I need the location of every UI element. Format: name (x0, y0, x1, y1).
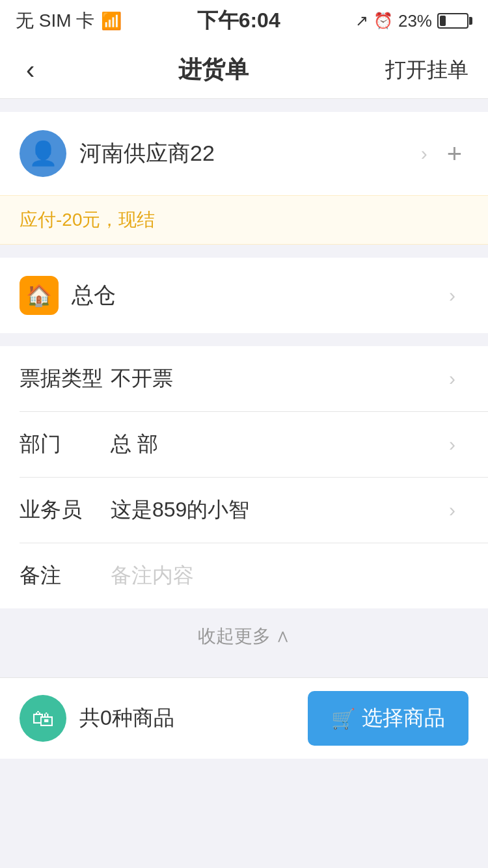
sales-chevron-icon: › (449, 499, 455, 521)
open-pending-button[interactable]: 打开挂单 (385, 56, 468, 85)
location-icon: ↗ (355, 12, 368, 30)
dept-value: 总 部 (111, 430, 449, 459)
warehouse-section: 🏠 总仓 › (0, 258, 488, 333)
warehouse-icon-wrap: 🏠 (20, 276, 59, 315)
wifi-icon: 📶 (101, 11, 122, 31)
supplier-row[interactable]: 👤 河南供应商22 › + (0, 112, 488, 195)
invoice-row[interactable]: 票据类型 不开票 › (0, 346, 488, 411)
supplier-chevron-icon: › (421, 142, 427, 165)
nav-bar: ‹ 进货单 打开挂单 (0, 42, 488, 99)
dept-row[interactable]: 部门 总 部 › (0, 412, 488, 477)
sales-label: 业务员 (20, 496, 111, 524)
dept-chevron-icon: › (449, 433, 455, 455)
status-left: 无 SIM 卡 📶 (16, 8, 122, 33)
warehouse-row[interactable]: 🏠 总仓 › (0, 258, 488, 333)
status-time: 下午6:04 (197, 7, 280, 35)
product-icon: 🛍 (32, 706, 54, 731)
back-button[interactable]: ‹ (20, 49, 41, 91)
sales-row[interactable]: 业务员 这是859的小智 › (0, 478, 488, 543)
supplier-name: 河南供应商22 (79, 139, 421, 169)
sim-label: 无 SIM 卡 (16, 8, 94, 33)
section-gap-4 (0, 664, 488, 677)
page-title: 进货单 (178, 54, 249, 86)
battery-percent: 23% (398, 11, 432, 31)
notice-banner: 应付-20元，现结 (0, 195, 488, 245)
battery-icon (437, 13, 472, 29)
invoice-value: 不开票 (111, 364, 449, 393)
status-right: ↗ ⏰ 23% (355, 11, 472, 31)
remark-row[interactable]: 备注 备注内容 (0, 543, 488, 608)
remark-input[interactable]: 备注内容 (111, 562, 468, 590)
invoice-label: 票据类型 (20, 364, 111, 393)
avatar-icon: 👤 (29, 140, 58, 167)
section-gap-1 (0, 99, 488, 112)
dept-label: 部门 (20, 430, 111, 459)
product-count: 共0种商品 (79, 704, 308, 733)
warehouse-icon: 🏠 (26, 283, 52, 308)
select-goods-label: 选择商品 (362, 704, 445, 733)
add-supplier-button[interactable]: + (441, 139, 468, 169)
alarm-icon: ⏰ (373, 12, 393, 30)
product-icon-wrap: 🛍 (20, 695, 66, 742)
warehouse-name: 总仓 (72, 280, 449, 310)
warehouse-chevron-icon: › (449, 284, 455, 306)
invoice-chevron-icon: › (449, 368, 455, 390)
section-gap-2 (0, 245, 488, 258)
sales-value: 这是859的小智 (111, 496, 449, 524)
select-goods-button[interactable]: 🛒 选择商品 (308, 691, 468, 746)
status-bar: 无 SIM 卡 📶 下午6:04 ↗ ⏰ 23% (0, 0, 488, 42)
select-goods-icon: 🛒 (331, 707, 355, 730)
bottom-background (0, 759, 488, 868)
form-section: 票据类型 不开票 › 部门 总 部 › 业务员 这是859的小智 › 备注 备注… (0, 346, 488, 608)
section-gap-3 (0, 333, 488, 346)
remark-label: 备注 (20, 562, 111, 590)
product-bar: 🛍 共0种商品 🛒 选择商品 (0, 677, 488, 759)
supplier-section: 👤 河南供应商22 › + 应付-20元，现结 (0, 112, 488, 245)
supplier-avatar: 👤 (20, 130, 66, 177)
collapse-button[interactable]: 收起更多 ∧ (0, 608, 488, 664)
